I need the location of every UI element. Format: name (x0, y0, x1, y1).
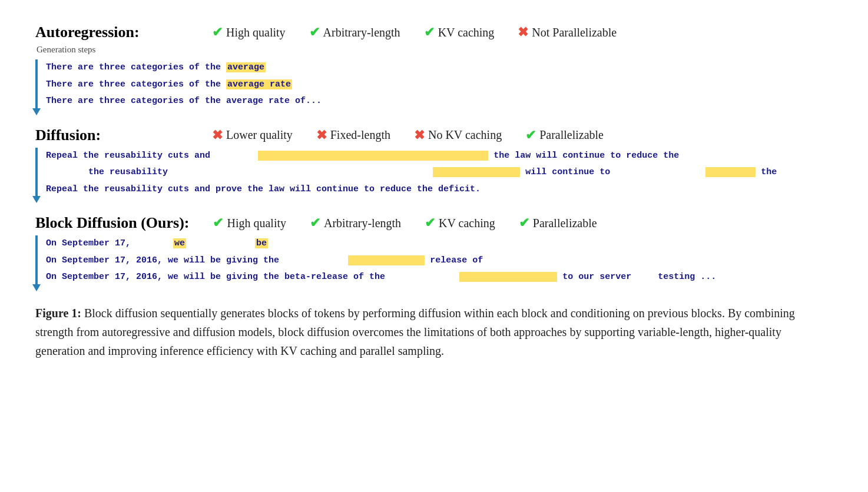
step-line-2-0: On September 17, we be (46, 235, 833, 252)
badge-label-5: Fixed-length (330, 128, 390, 142)
figure-text: Block diffusion sequentially generates b… (35, 307, 795, 357)
block-diffusion-steps: On September 17, we be On September 17, … (38, 235, 833, 286)
cross-icon-2: ✖ (316, 128, 327, 143)
badge-label-10: KV caching (439, 217, 495, 230)
step-line-0-2: There are three categories of the averag… (46, 93, 833, 110)
step-line-0-1: There are three categories of the averag… (46, 77, 833, 94)
badge-label-4: Lower quality (226, 128, 293, 142)
cross-icon-3: ✖ (414, 128, 425, 143)
badge-label-6: No KV caching (428, 128, 502, 142)
badge-label-11: Parallelizable (533, 217, 597, 230)
highlight-5: we (173, 238, 186, 248)
check-icon-3: ✔ (525, 128, 536, 143)
step-line-1-0: Repeal the reusability cuts and the law … (46, 148, 833, 165)
badge-no-kv-caching: ✖ No KV caching (414, 128, 502, 143)
highlight-2 (258, 151, 488, 161)
badge-label-7: Parallelizable (539, 128, 604, 142)
highlight-0: average (226, 62, 266, 72)
badge-label-0: High quality (226, 26, 286, 39)
block-diffusion-title: Block Diffusion (Ours): (35, 214, 189, 232)
highlight-8 (459, 272, 557, 282)
autoregression-title: Autoregression: (35, 24, 188, 41)
v-bar-0 (35, 59, 38, 110)
check-icon-7: ✔ (519, 215, 529, 231)
v-bar-2 (35, 235, 38, 286)
block-diffusion-steps-wrap: On September 17, we be On September 17, … (35, 235, 833, 286)
check-icon-2: ✔ (424, 25, 435, 40)
block-diffusion-header: Block Diffusion (Ours): ✔ High quality ✔… (35, 214, 833, 232)
badge-label-1: Arbitrary-length (323, 26, 400, 39)
diffusion-steps-wrap: Repeal the reusability cuts and the law … (35, 148, 833, 198)
autoregression-steps: There are three categories of the averag… (38, 59, 833, 110)
badge-kv-caching: ✔ KV caching (424, 25, 495, 40)
step-line-1-1: the reusability will continue to the (46, 164, 833, 181)
diffusion-steps: Repeal the reusability cuts and the law … (38, 148, 833, 198)
badge-label-2: KV caching (438, 26, 495, 39)
autoregression-section: Autoregression: ✔ High quality ✔ Arbitra… (35, 24, 833, 110)
check-icon-5: ✔ (310, 215, 320, 231)
badge-fixed-length: ✖ Fixed-length (316, 128, 390, 143)
check-icon-1: ✔ (309, 25, 320, 40)
badge-arbitrary-length: ✔ Arbitrary-length (309, 25, 400, 40)
badge-lower-quality: ✖ Lower quality (212, 128, 293, 143)
badge-high-quality: ✔ High quality (212, 25, 286, 40)
step-line-0-0: There are three categories of the averag… (46, 59, 833, 77)
v-bar-1 (35, 148, 38, 198)
figure-label: Figure 1: (35, 307, 81, 320)
block-diffusion-section: Block Diffusion (Ours): ✔ High quality ✔… (35, 214, 833, 286)
step-line-2-2: On September 17, 2016, we will be giving… (46, 269, 833, 286)
diffusion-title: Diffusion: (35, 127, 188, 144)
badge-parallelizable-diff: ✔ Parallelizable (525, 128, 604, 143)
highlight-1: average rate (226, 79, 292, 89)
check-icon-6: ✔ (425, 215, 435, 231)
check-icon-4: ✔ (213, 215, 223, 231)
highlight-3 (433, 167, 520, 177)
badge-label-9: Arbitrary-length (324, 217, 401, 230)
check-icon-0: ✔ (212, 25, 223, 40)
autoregression-header: Autoregression: ✔ High quality ✔ Arbitra… (35, 24, 833, 41)
badge-not-parallelizable: ✖ Not Parallelizable (518, 25, 617, 40)
highlight-7 (348, 255, 425, 265)
badge-arbitrary-length-bd: ✔ Arbitrary-length (310, 215, 401, 231)
diffusion-header: Diffusion: ✖ Lower quality ✖ Fixed-lengt… (35, 127, 833, 144)
step-line-2-1: On September 17, 2016, we will be giving… (46, 252, 833, 270)
diffusion-section: Diffusion: ✖ Lower quality ✖ Fixed-lengt… (35, 127, 833, 198)
cross-icon-0: ✖ (518, 25, 528, 40)
step-line-1-2: Repeal the reusability cuts and prove th… (46, 181, 833, 198)
badge-label-8: High quality (227, 217, 286, 230)
badge-parallelizable-bd: ✔ Parallelizable (519, 215, 597, 231)
autoregression-steps-wrap: There are three categories of the averag… (35, 59, 833, 110)
badge-kv-caching-bd: ✔ KV caching (425, 215, 495, 231)
badge-high-quality-bd: ✔ High quality (213, 215, 286, 231)
badge-label-3: Not Parallelizable (532, 26, 617, 39)
highlight-4 (705, 167, 756, 177)
figure-caption: Figure 1: Block diffusion sequentially g… (35, 304, 801, 360)
highlight-6: be (255, 238, 268, 248)
generation-label: Generation steps (37, 45, 833, 55)
cross-icon-1: ✖ (212, 128, 223, 143)
